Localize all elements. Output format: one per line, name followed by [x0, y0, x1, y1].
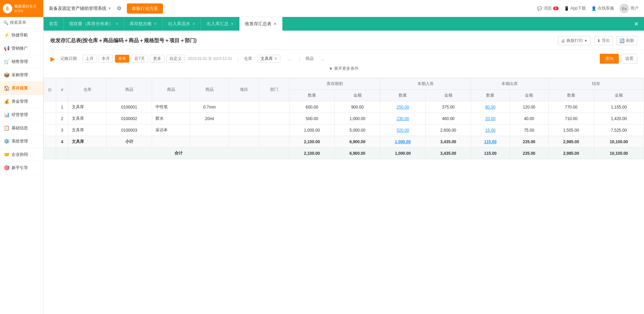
- row2-project: [229, 113, 259, 125]
- row1-out-amt: 120.00: [510, 101, 548, 113]
- tab-receive-summary-label: 收发存汇总表: [245, 21, 271, 27]
- trial-button[interactable]: 体验行业方案: [127, 3, 163, 14]
- th-closing-group: 结存: [548, 78, 644, 90]
- tab-inout-summary-close[interactable]: ✕: [231, 22, 234, 26]
- th-out-group: 本期出库: [471, 78, 548, 90]
- user-menu[interactable]: Ea 用户: [620, 4, 639, 13]
- tab-inout-summary[interactable]: 出入库汇总 ✕: [201, 17, 240, 31]
- tab-inout-flow[interactable]: 出入库流水 ✕: [163, 17, 201, 31]
- sidebar-item-inventory[interactable]: 🏠 库存核算: [0, 82, 43, 95]
- total-opening-amt: 6,900.00: [335, 148, 380, 159]
- subtotal-closing-qty: 2,985.00: [548, 136, 594, 148]
- date-btn-more[interactable]: 更多: [150, 55, 164, 63]
- date-btn-cur-month[interactable]: 本月: [99, 55, 113, 63]
- th-in-qty: 数量: [380, 90, 426, 101]
- chevron-down-icon: ▼: [108, 6, 111, 10]
- row1-in-amt: 375.00: [426, 101, 471, 113]
- row3-out-amt: 75.00: [510, 125, 548, 136]
- sidebar-item-system[interactable]: ⚙️ 系统管理: [0, 135, 43, 148]
- operations-icon: 📊: [3, 112, 10, 118]
- warehouse-more[interactable]: ...: [286, 56, 293, 62]
- tab-receive-summary[interactable]: 收发存汇总表 ✕: [240, 17, 282, 31]
- app-download-button[interactable]: 📱 App下载: [564, 5, 586, 11]
- tab-home[interactable]: 首页: [44, 17, 64, 31]
- inventory-label: 库存核算: [12, 85, 28, 91]
- message-button[interactable]: 💬 消息 6: [537, 5, 559, 11]
- tab-batch[interactable]: 库存批次账 ✕: [124, 17, 163, 31]
- row2-warehouse: 文具库: [68, 113, 106, 125]
- system-selector[interactable]: 装备及固定资产辅助管理系统 ▼: [49, 5, 111, 12]
- export-button[interactable]: ⬇ 导出: [594, 36, 613, 45]
- row1-out-qty-link[interactable]: 80.00: [485, 105, 495, 110]
- total-closing-qty: 2,985.00: [548, 148, 594, 159]
- column-settings-icon[interactable]: ⚙: [48, 87, 52, 93]
- sidebar-item-base[interactable]: 📋 基础信息: [0, 121, 43, 135]
- product-more[interactable]: ...: [319, 56, 327, 62]
- row2-out-amt: 40.00: [510, 113, 548, 125]
- row2-name: 胶水: [152, 113, 190, 125]
- row1-settings: [44, 101, 56, 113]
- tab-inventory-dist-close[interactable]: ✕: [115, 22, 118, 26]
- row2-num: 2: [56, 113, 68, 125]
- filter-separator-2: |: [299, 56, 300, 61]
- subtotal-row: 4 文具库 小计 2,100.00 6,900.00 1,000.00 3,43…: [44, 136, 644, 148]
- subtotal-out-qty-link[interactable]: 115.00: [484, 139, 497, 144]
- sidebar-item-marketing[interactable]: 📢 营销推广: [0, 42, 43, 55]
- settings-icon[interactable]: ⚙: [117, 5, 121, 12]
- purchase-icon: 📦: [3, 72, 10, 78]
- refresh-button[interactable]: 🔄 刷新: [616, 36, 637, 45]
- search-button[interactable]: 查询: [600, 54, 619, 64]
- filter-collapse-icon[interactable]: ▶: [50, 55, 55, 63]
- tab-bar: 首页 现存量（库存分布表） ✕ 库存批次账 ✕ 出入库流水 ✕ 出入库汇总 ✕ …: [44, 17, 644, 31]
- tab-inout-summary-label: 出入库汇总: [207, 21, 229, 27]
- sidebar-item-company[interactable]: 🤝 企业协同: [0, 148, 43, 161]
- sidebar-item-guide[interactable]: 🎯 新手引导: [0, 161, 43, 175]
- date-btn-cur-year[interactable]: 本年: [115, 55, 129, 63]
- row3-out-qty-link[interactable]: 15.00: [485, 128, 495, 133]
- tab-receive-summary-close[interactable]: ✕: [274, 22, 277, 26]
- row1-out-qty[interactable]: 80.00: [471, 101, 510, 113]
- row2-out-qty[interactable]: 20.00: [471, 113, 510, 125]
- sidebar-item-finance[interactable]: 💰 资金管理: [0, 95, 43, 108]
- base-icon: 📋: [3, 125, 10, 131]
- th-opening-group: 库存期初: [289, 78, 380, 90]
- row2-closing-qty: 710.00: [548, 113, 594, 125]
- subtotal-dept: [259, 136, 289, 148]
- row1-in-qty-link[interactable]: 250.00: [397, 105, 409, 110]
- row1-in-qty[interactable]: 250.00: [380, 101, 426, 113]
- date-btn-prev-month[interactable]: 上月: [82, 55, 97, 63]
- sidebar: 6 畅捷通好生意 标准版 🔍 搜索菜单 ⚡ 快捷导航 📢 营销推广 🛒 销售管理…: [0, 0, 44, 314]
- purchase-label: 采购管理: [12, 72, 28, 78]
- subtotal-label: 小计: [106, 136, 152, 148]
- sidebar-item-sales[interactable]: 🛒 销售管理: [0, 55, 43, 68]
- tab-inventory-dist[interactable]: 现存量（库存分布表） ✕: [64, 17, 124, 31]
- subtotal-name: [152, 136, 190, 148]
- sidebar-item-purchase[interactable]: 📦 采购管理: [0, 68, 43, 82]
- date-btn-custom[interactable]: 自定义: [166, 55, 185, 63]
- search-menu[interactable]: 🔍 搜索菜单: [0, 17, 43, 29]
- date-btn-7days[interactable]: 近7天: [131, 55, 148, 63]
- tab-bar-close[interactable]: ✕: [629, 21, 644, 27]
- print-button[interactable]: 🖨 换版打印 ▼: [558, 36, 591, 45]
- row2-out-qty-link[interactable]: 20.00: [485, 116, 495, 121]
- row3-in-qty[interactable]: 520.00: [380, 125, 426, 136]
- row3-warehouse: 文具库: [68, 125, 106, 136]
- tab-batch-close[interactable]: ✕: [154, 22, 157, 26]
- row3-out-qty[interactable]: 15.00: [471, 125, 510, 136]
- row2-in-qty-link[interactable]: 230.00: [397, 116, 409, 121]
- row1-project: [229, 101, 259, 113]
- table-row: 2 文具库 0100002 胶水 20ml 500.00 1,000.00 23…: [44, 113, 644, 125]
- warehouse-tag-close[interactable]: ✕: [274, 56, 277, 61]
- sidebar-item-quick-nav[interactable]: ⚡ 快捷导航: [0, 29, 43, 42]
- sidebar-item-operations[interactable]: 📊 经营管理: [0, 108, 43, 121]
- row2-in-qty[interactable]: 230.00: [380, 113, 426, 125]
- tab-inout-flow-close[interactable]: ✕: [192, 22, 195, 26]
- date-label: 记账日期: [61, 56, 77, 62]
- marketing-label: 营销推广: [12, 46, 28, 51]
- row3-in-qty-link[interactable]: 520.00: [397, 128, 409, 133]
- expand-more-button[interactable]: ▼ 展开更多条件: [329, 66, 359, 71]
- subtotal-in-qty-link[interactable]: 1,000.00: [395, 139, 411, 144]
- tab-home-label: 首页: [49, 21, 58, 27]
- online-service-button[interactable]: 👤 在线客服: [591, 5, 614, 11]
- filter-settings-button[interactable]: 设置: [622, 54, 637, 64]
